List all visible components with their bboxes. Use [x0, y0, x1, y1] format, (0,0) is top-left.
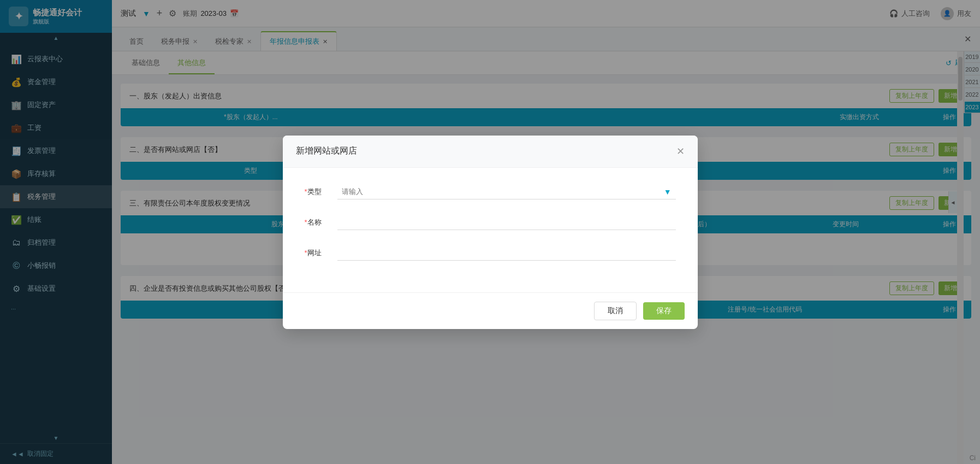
save-button[interactable]: 保存: [643, 302, 685, 320]
cancel-button[interactable]: 取消: [594, 302, 637, 320]
name-input-wrapper: [337, 215, 676, 230]
type-label: *类型: [305, 187, 337, 197]
modal-title: 新增网站或网店: [296, 145, 357, 157]
name-required-mark: *: [305, 218, 307, 226]
url-input[interactable]: [337, 245, 676, 261]
name-label: *名称: [305, 218, 337, 227]
modal-close-button[interactable]: ✕: [676, 145, 685, 157]
type-required-mark: *: [305, 187, 307, 196]
modal-header: 新增网站或网店 ✕: [283, 136, 698, 168]
url-label: *网址: [305, 248, 337, 258]
form-field-url: *网址: [305, 245, 676, 261]
name-input[interactable]: [337, 215, 676, 230]
url-required-mark: *: [305, 249, 307, 257]
add-website-modal: 新增网站或网店 ✕ *类型 ▼ *名称: [283, 136, 698, 329]
form-field-type: *类型 ▼: [305, 184, 676, 199]
form-field-name: *名称: [305, 215, 676, 230]
type-input[interactable]: [337, 184, 676, 199]
modal-footer: 取消 保存: [283, 292, 698, 329]
modal-body: *类型 ▼ *名称 *网址: [283, 168, 698, 292]
type-input-wrapper: ▼: [337, 184, 676, 199]
url-input-wrapper: [337, 245, 676, 261]
modal-overlay[interactable]: 新增网站或网店 ✕ *类型 ▼ *名称: [0, 0, 980, 464]
